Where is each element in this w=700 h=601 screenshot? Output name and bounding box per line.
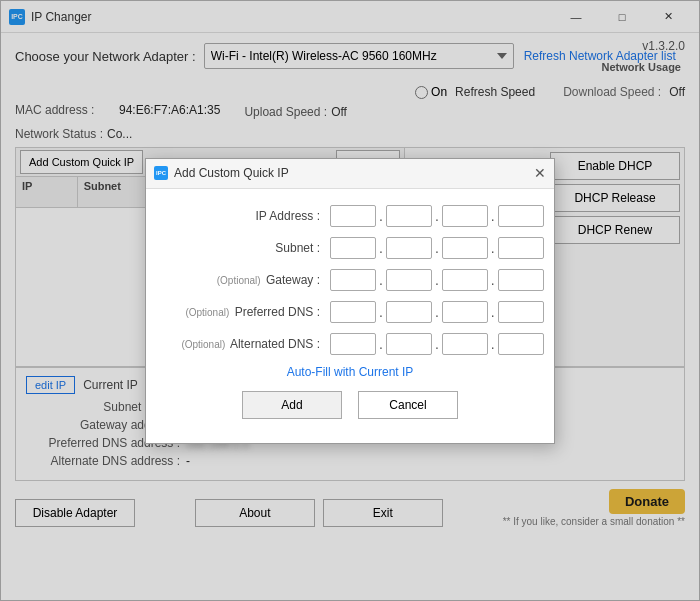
modal-app-icon: IPC — [154, 166, 168, 180]
gateway-field-row: (Optional) Gateway : . . . — [170, 269, 530, 291]
gateway-optional-label: (Optional) — [217, 275, 261, 286]
modal-overlay: IPC Add Custom Quick IP ✕ IP Address : .… — [1, 1, 699, 600]
alt-dns-octet-4[interactable] — [498, 333, 544, 355]
ip-address-octets: . . . — [330, 205, 544, 227]
gateway-octet-2[interactable] — [386, 269, 432, 291]
modal-title: Add Custom Quick IP — [174, 166, 534, 180]
alt-dns-octet-1[interactable] — [330, 333, 376, 355]
subnet-row: Subnet : . . . — [170, 237, 530, 259]
modal-add-button[interactable]: Add — [242, 391, 342, 419]
alt-dns-optional-label: (Optional) — [181, 339, 225, 350]
add-custom-quick-ip-modal: IPC Add Custom Quick IP ✕ IP Address : .… — [145, 158, 555, 444]
subnet-octet-3[interactable] — [442, 237, 488, 259]
gateway-octet-1[interactable] — [330, 269, 376, 291]
ip-address-row: IP Address : . . . — [170, 205, 530, 227]
preferred-dns-field-row: (Optional) Preferred DNS : . . . — [170, 301, 530, 323]
ip-octet-2[interactable] — [386, 205, 432, 227]
autofill-link[interactable]: Auto-Fill with Current IP — [170, 365, 530, 379]
subnet-octet-1[interactable] — [330, 237, 376, 259]
alt-dns-octets: . . . — [330, 333, 544, 355]
pref-dns-octet-1[interactable] — [330, 301, 376, 323]
subnet-octets: . . . — [330, 237, 544, 259]
modal-buttons: Add Cancel — [170, 391, 530, 433]
ip-octet-1[interactable] — [330, 205, 376, 227]
alt-dns-octet-2[interactable] — [386, 333, 432, 355]
alt-dns-octet-3[interactable] — [442, 333, 488, 355]
alt-dns-field-label: (Optional) Alternated DNS : — [170, 337, 330, 351]
modal-body: IP Address : . . . Subnet : — [146, 189, 554, 443]
modal-close-button[interactable]: ✕ — [534, 166, 546, 180]
preferred-dns-octets: . . . — [330, 301, 544, 323]
modal-cancel-button[interactable]: Cancel — [358, 391, 458, 419]
ip-octet-4[interactable] — [498, 205, 544, 227]
subnet-octet-4[interactable] — [498, 237, 544, 259]
gateway-octets: . . . — [330, 269, 544, 291]
pref-dns-optional-label: (Optional) — [185, 307, 229, 318]
alt-dns-field-row: (Optional) Alternated DNS : . . . — [170, 333, 530, 355]
ip-address-label: IP Address : — [170, 209, 330, 223]
ip-octet-3[interactable] — [442, 205, 488, 227]
gateway-octet-3[interactable] — [442, 269, 488, 291]
gateway-field-label: (Optional) Gateway : — [170, 273, 330, 287]
gateway-octet-4[interactable] — [498, 269, 544, 291]
subnet-field-label: Subnet : — [170, 241, 330, 255]
pref-dns-octet-3[interactable] — [442, 301, 488, 323]
main-window: IPC IP Changer — □ ✕ v1.3.2.0 Choose you… — [0, 0, 700, 601]
modal-title-bar: IPC Add Custom Quick IP ✕ — [146, 159, 554, 189]
subnet-octet-2[interactable] — [386, 237, 432, 259]
pref-dns-octet-2[interactable] — [386, 301, 432, 323]
preferred-dns-field-label: (Optional) Preferred DNS : — [170, 305, 330, 319]
pref-dns-octet-4[interactable] — [498, 301, 544, 323]
